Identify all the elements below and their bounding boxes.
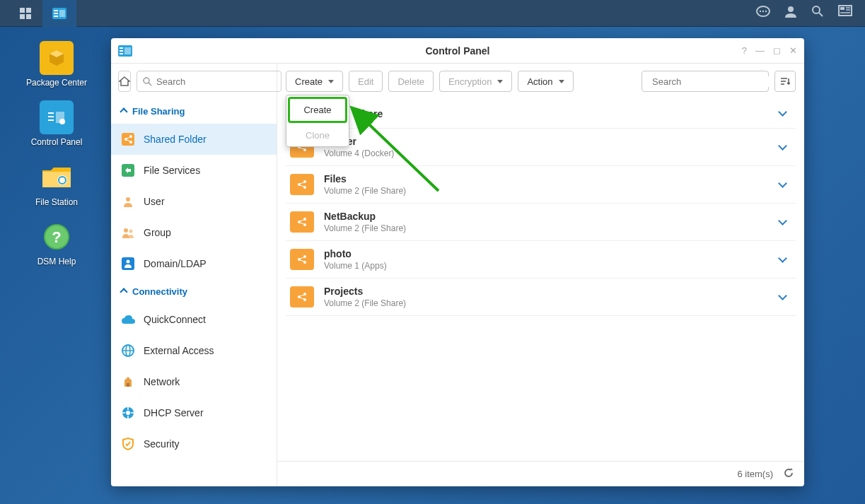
svg-rect-21 <box>48 112 54 114</box>
folder-list: share docker Volume 4 (Docker) Files <box>277 99 804 461</box>
folder-row[interactable]: Projects Volume 2 (File Share) <box>286 279 796 316</box>
chevron-down-icon[interactable] <box>774 290 791 305</box>
sidebar-item-label: User <box>144 196 165 207</box>
home-button[interactable] <box>118 71 131 92</box>
search-icon[interactable] <box>807 1 828 25</box>
sidebar-item-group[interactable]: Group <box>111 217 277 248</box>
svg-line-79 <box>300 223 304 224</box>
sidebar-item-network[interactable]: Network <box>111 366 277 397</box>
folder-icon <box>290 211 314 233</box>
refresh-button[interactable] <box>783 467 794 481</box>
chevron-down-icon[interactable] <box>774 252 791 267</box>
chevron-down-icon[interactable] <box>774 177 791 192</box>
minimize-button[interactable]: — <box>755 45 765 56</box>
dropdown-item-create[interactable]: Create <box>288 97 347 123</box>
chevron-up-icon <box>121 286 127 297</box>
toolbar-search-input[interactable] <box>652 76 771 87</box>
main-content: Create Edit Delete Encryption Action Cre… <box>277 64 804 486</box>
help-button[interactable]: ? <box>742 45 747 56</box>
sidebar-item-shared-folder[interactable]: Shared Folder <box>111 124 277 155</box>
main-menu-button[interactable] <box>8 0 42 27</box>
svg-point-14 <box>813 6 820 13</box>
footer: 6 item(s) <box>277 461 804 486</box>
folder-row[interactable]: NetBackup Volume 2 (File Share) <box>286 204 796 241</box>
sidebar-search-input[interactable] <box>156 76 275 87</box>
folder-name: Files <box>324 173 764 184</box>
folder-name: Projects <box>324 286 764 297</box>
folder-row[interactable]: docker Volume 4 (Docker) <box>286 129 796 166</box>
folder-row[interactable]: Files Volume 2 (File Share) <box>286 166 796 204</box>
sidebar-item-label: File Services <box>144 165 200 176</box>
folder-icon <box>290 286 314 307</box>
svg-text:?: ? <box>52 228 61 246</box>
desktop-icon-label: DSM Help <box>37 257 76 266</box>
desktop-icon-label: File Station <box>35 197 78 207</box>
chevron-down-icon[interactable] <box>774 140 791 155</box>
close-button[interactable]: ✕ <box>789 45 797 56</box>
svg-line-69 <box>300 148 304 149</box>
svg-line-88 <box>300 295 304 296</box>
svg-line-74 <box>300 185 304 187</box>
sidebar-item-file-services[interactable]: File Services <box>111 155 277 186</box>
svg-rect-1 <box>26 8 31 13</box>
svg-rect-39 <box>122 133 134 146</box>
svg-rect-6 <box>54 13 58 14</box>
chevron-down-icon[interactable] <box>774 106 791 121</box>
create-dropdown: Create Clone <box>286 95 349 147</box>
svg-point-10 <box>760 11 761 12</box>
sidebar-item-quickconnect[interactable]: QuickConnect <box>111 304 277 335</box>
svg-point-48 <box>129 230 133 233</box>
button-label: Edit <box>358 76 373 87</box>
svg-line-15 <box>819 13 823 16</box>
sidebar-item-label: External Access <box>144 345 214 356</box>
folder-name: share <box>356 108 764 119</box>
taskbar-app-control-panel[interactable] <box>42 0 76 27</box>
titlebar[interactable]: Control Panel ? — ◻ ✕ <box>111 38 804 64</box>
sidebar-item-user[interactable]: User <box>111 186 277 217</box>
notifications-icon[interactable] <box>752 1 774 25</box>
folder-subtitle: Volume 2 (File Share) <box>324 186 764 196</box>
sidebar-group-label: File Sharing <box>132 106 185 117</box>
desktop-icon-label: Package Center <box>26 78 87 88</box>
sidebar-item-dhcp-server[interactable]: DHCP Server <box>111 397 277 428</box>
dhcp-icon <box>121 406 135 420</box>
edit-button[interactable]: Edit <box>349 71 383 92</box>
button-label: Delete <box>397 76 424 87</box>
dropdown-item-clone[interactable]: Clone <box>286 124 349 146</box>
desktop-icon-control-panel[interactable]: Control Panel <box>21 100 92 147</box>
user-account-icon[interactable] <box>780 1 801 25</box>
chevron-up-icon <box>121 106 127 117</box>
folder-row[interactable]: photo Volume 1 (Apps) <box>286 241 796 279</box>
desktop-icons: Package Center Control Panel File Statio… <box>21 41 92 267</box>
button-label: Create <box>295 76 323 87</box>
folder-row[interactable]: share <box>286 99 796 129</box>
maximize-button[interactable]: ◻ <box>773 45 781 56</box>
desktop-icon-package-center[interactable]: Package Center <box>21 41 92 88</box>
sidebar-search[interactable] <box>137 71 281 92</box>
action-button[interactable]: Action <box>518 71 573 92</box>
sidebar-item-security[interactable]: Security <box>111 428 277 459</box>
sidebar-item-domain-ldap[interactable]: Domain/LDAP <box>111 248 277 279</box>
svg-point-13 <box>788 6 794 12</box>
sidebar-group-file-sharing[interactable]: File Sharing <box>111 99 277 124</box>
desktop-icon-dsm-help[interactable]: ? DSM Help <box>21 220 92 266</box>
network-icon <box>121 375 135 389</box>
toolbar-search[interactable] <box>642 71 769 92</box>
svg-line-83 <box>300 257 304 259</box>
share-icon <box>121 132 135 146</box>
sidebar-group-connectivity[interactable]: Connectivity <box>111 279 277 304</box>
chevron-down-icon[interactable] <box>774 215 791 230</box>
svg-rect-3 <box>26 14 31 19</box>
widgets-icon[interactable] <box>834 1 857 25</box>
folder-subtitle: Volume 4 (Docker) <box>324 148 764 158</box>
svg-rect-36 <box>124 47 131 54</box>
encryption-button[interactable]: Encryption <box>439 71 512 92</box>
cloud-icon <box>121 312 135 327</box>
sort-button[interactable] <box>774 71 796 92</box>
svg-point-47 <box>124 228 128 233</box>
sidebar-item-external-access[interactable]: External Access <box>111 335 277 366</box>
delete-button[interactable]: Delete <box>388 71 434 92</box>
create-button[interactable]: Create <box>286 71 343 92</box>
svg-line-78 <box>300 220 304 221</box>
desktop-icon-file-station[interactable]: File Station <box>21 160 92 207</box>
